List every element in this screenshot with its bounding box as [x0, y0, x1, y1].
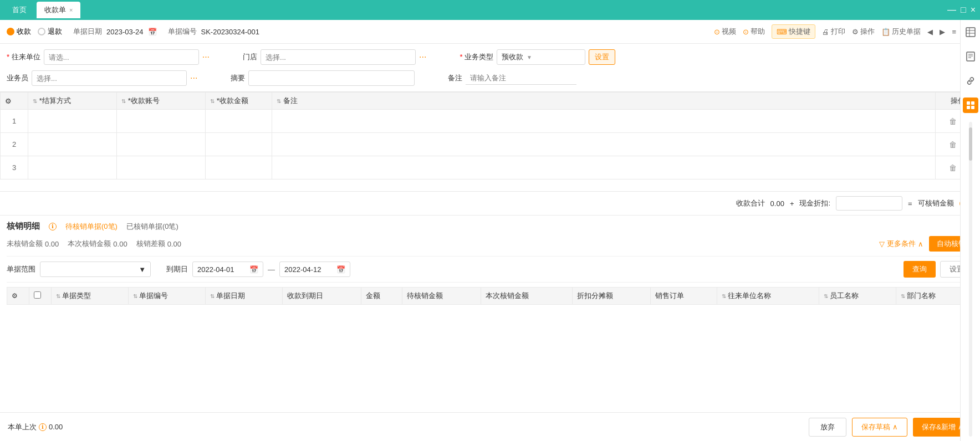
last-doc-info-icon[interactable]: ℹ — [39, 423, 47, 431]
tab-home[interactable]: 首页 — [4, 2, 34, 18]
row1-delete-icon[interactable]: 🗑 — [949, 117, 957, 126]
calendar-icon[interactable]: 📅 — [148, 28, 157, 36]
scrollbar-thumb[interactable] — [969, 127, 972, 161]
tab-pending[interactable]: 待核销单据(0笔) — [65, 222, 118, 232]
sidebar-table-icon[interactable] — [963, 24, 978, 40]
filter-icon: ▽ — [879, 240, 885, 248]
btn-print[interactable]: 🖨 打印 — [822, 27, 845, 37]
range-select[interactable]: ▼ — [40, 261, 151, 277]
table-row: 3 🗑 ⊕ — [1, 156, 980, 180]
view-list-icon[interactable]: ≡ — [952, 28, 956, 36]
remark-input[interactable] — [466, 71, 576, 85]
counter-party-input[interactable] — [44, 49, 199, 65]
radio-refund[interactable]: 退款 — [38, 27, 62, 37]
form-row-1: * 往来单位 ··· 门店 ··· * 业务类型 预收款 ▼ — [7, 49, 973, 65]
window-close-icon[interactable]: × — [971, 5, 976, 15]
tab-active[interactable]: 收款单 × — [37, 2, 80, 18]
row1-account[interactable] — [117, 110, 206, 133]
btn-history[interactable]: 📋 历史单据 — [881, 27, 921, 37]
calendar-to-icon[interactable]: 📅 — [336, 265, 345, 274]
tab-done[interactable]: 已核销单据(0笔) — [126, 222, 178, 232]
verify-title: 核销明细 — [7, 221, 40, 232]
row3-delete-icon[interactable]: 🗑 — [949, 163, 957, 172]
btn-video[interactable]: ⊙ 视频 — [714, 27, 736, 37]
row2-delete-icon[interactable]: 🗑 — [949, 140, 957, 149]
biz-type-setting-btn[interactable]: 设置 — [589, 49, 615, 65]
print-label: 打印 — [831, 27, 845, 37]
btn-operate[interactable]: ⚙ 操作 — [852, 27, 875, 37]
nav-prev-icon[interactable]: ◀ — [927, 28, 933, 36]
row3-note[interactable] — [272, 156, 936, 180]
operate-icon: ⚙ — [852, 28, 859, 36]
row1-note[interactable] — [272, 110, 936, 133]
store-dots[interactable]: ··· — [419, 52, 426, 62]
staff-input[interactable] — [32, 70, 187, 86]
discount-input[interactable] — [836, 196, 902, 211]
due-date-label: 到期日 — [166, 264, 188, 274]
row2-settle[interactable] — [28, 133, 117, 156]
table-row: 2 🗑 ⊕ — [1, 133, 980, 156]
th-note: ⇅ 备注 — [272, 93, 936, 110]
verify-label: 可核销金额 — [918, 198, 954, 208]
vth-gear[interactable]: ⚙ — [7, 288, 29, 305]
row3-seq: 3 — [1, 156, 28, 180]
verify-info-icon[interactable]: ℹ — [49, 223, 57, 230]
sidebar-doc-icon[interactable] — [963, 49, 978, 64]
staff-dots[interactable]: ··· — [190, 73, 197, 83]
tab-close-icon[interactable]: × — [69, 7, 73, 13]
range-caret: ▼ — [139, 265, 146, 274]
svg-rect-0 — [966, 28, 975, 37]
summary-input[interactable] — [248, 70, 415, 86]
vth-checkbox[interactable] — [29, 288, 52, 305]
doc-no-val: SK-20230324-001 — [201, 28, 260, 36]
radio-receive[interactable]: 收款 — [7, 27, 31, 37]
store-input[interactable] — [261, 49, 416, 65]
due-date-to-input[interactable] — [284, 265, 334, 274]
biz-type-val: 预收款 — [502, 52, 523, 62]
th-gear[interactable]: ⚙ — [1, 93, 28, 110]
row2-note[interactable] — [272, 133, 936, 156]
vth-discount: 折扣分摊额 — [572, 288, 651, 305]
row2-account[interactable] — [117, 133, 206, 156]
plus-sign: + — [790, 199, 794, 208]
save-draft-btn[interactable]: 保存草稿 ∧ — [852, 418, 907, 437]
diff-val: 0.00 — [167, 240, 181, 248]
counter-party-dots[interactable]: ··· — [202, 52, 210, 62]
btn-help[interactable]: ⊙ 帮助 — [743, 27, 765, 37]
doc-no-label: 单据编号 — [168, 27, 197, 37]
minimize-icon[interactable]: — — [947, 5, 956, 15]
maximize-icon[interactable]: □ — [961, 5, 966, 15]
query-btn[interactable]: 查询 — [904, 261, 936, 278]
row3-account[interactable] — [117, 156, 206, 180]
more-conditions-btn[interactable]: ▽ 更多条件 ∧ — [879, 239, 923, 249]
shortcut-label: 快捷键 — [789, 27, 810, 37]
row1-amount[interactable] — [206, 110, 272, 133]
row3-settle[interactable] — [28, 156, 117, 180]
last-doc-label: 本单上次 — [8, 422, 37, 432]
radio-refund-circle — [38, 28, 45, 35]
sidebar-link-icon[interactable] — [963, 73, 978, 89]
draft-caret-icon[interactable]: ∧ — [892, 423, 898, 431]
tab-active-label: 收款单 — [44, 5, 66, 15]
biz-type-select[interactable]: 预收款 ▼ — [497, 49, 585, 65]
vth-current: 本次核销金额 — [481, 288, 572, 305]
total-label: 收款合计 — [736, 198, 765, 208]
verify-section: 核销明细 ℹ 待核销单据(0笔) 已核销单据(0笔) 未核销金额 0.00 本次… — [0, 216, 980, 441]
calendar-from-icon[interactable]: 📅 — [249, 265, 258, 274]
btn-shortcut[interactable]: ⌨ 快捷键 — [772, 24, 815, 39]
row2-amount[interactable] — [206, 133, 272, 156]
select-all-checkbox[interactable] — [34, 291, 41, 299]
save-draft-label: 保存草稿 — [861, 422, 890, 432]
nav-next-icon[interactable]: ▶ — [940, 28, 945, 36]
due-date-from-input[interactable] — [197, 265, 247, 274]
shortcut-icon: ⌨ — [777, 28, 787, 36]
sidebar-active-icon[interactable] — [963, 98, 978, 113]
discard-btn[interactable]: 放弃 — [809, 418, 846, 437]
tab-bar-right: — □ × — [947, 5, 976, 15]
row3-amount[interactable] — [206, 156, 272, 180]
row1-settle[interactable] — [28, 110, 117, 133]
due-date-from-box: 📅 — [192, 261, 263, 277]
svg-rect-8 — [967, 101, 970, 105]
toolbar: 收款 退款 单据日期 2023-03-24 📅 单据编号 SK-20230324… — [0, 20, 980, 44]
staff-label: 业务员 — [7, 73, 28, 83]
